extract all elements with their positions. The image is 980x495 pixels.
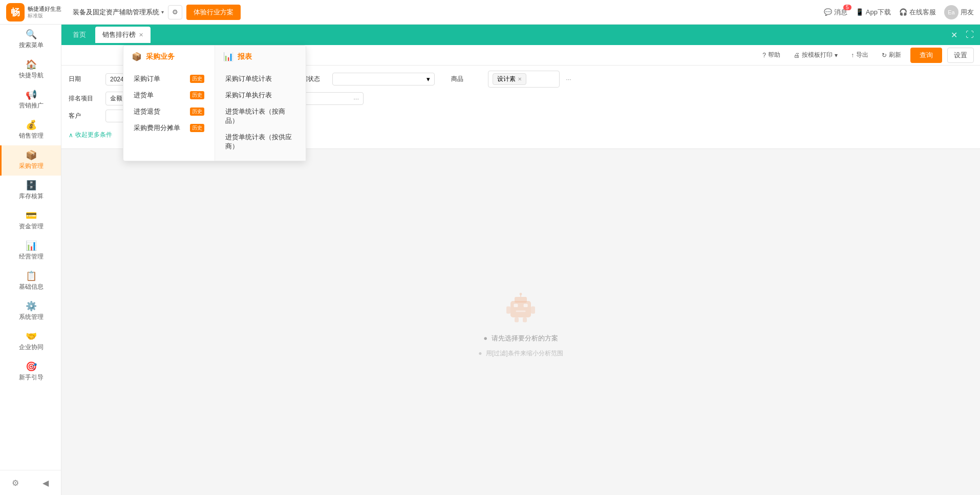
tab-close-all-btn[interactable]: ✕ bbox=[949, 28, 960, 42]
sidebar-label-finance: 资金管理 bbox=[19, 222, 44, 231]
goods-filter-input[interactable]: 设计素 ✕ bbox=[488, 71, 560, 88]
box-icon: 📦 bbox=[26, 150, 37, 160]
empty-state: ● 请先选择要分析的方案 ● 用[过滤]条件来缩小分析范围 bbox=[61, 149, 980, 495]
megaphone-icon: 📢 bbox=[26, 90, 37, 99]
content-area: 首页 销售排行榜 ✕ ✕ ⛶ ? 帮助 🖨 按模板打印 ▾ bbox=[61, 25, 980, 495]
tab-bar: 首页 销售排行榜 ✕ ✕ ⛶ bbox=[61, 25, 980, 45]
refresh-btn[interactable]: ↻ 刷新 bbox=[878, 49, 905, 61]
sidebar-label-purchase: 采购管理 bbox=[19, 162, 44, 170]
sidebar-collapse-btn[interactable]: ◀ bbox=[37, 475, 54, 491]
goods-more-dots[interactable]: ··· bbox=[566, 75, 571, 83]
report-col: 📊 报表 采购订单统计表 采购订单执行表 进货单统计表（按商品） 进货单统计表（… bbox=[215, 46, 306, 161]
system-icon: ⚙️ bbox=[26, 302, 37, 311]
sidebar-item-operation[interactable]: 📊 经营管理 bbox=[0, 236, 61, 266]
top-bar: 畅 畅捷通好生意 标准版 装备及固定资产辅助管理系统 ▾ ⚙ 体验行业方案 💬 … bbox=[0, 0, 980, 25]
svg-rect-1 bbox=[515, 297, 527, 303]
sidebar-bottom: ⚙ ◀ bbox=[0, 470, 61, 495]
dropdown-item-goods-in[interactable]: 进货单 历史 bbox=[132, 87, 206, 103]
empty-hint-2: ● 用[过滤]条件来缩小分析范围 bbox=[478, 349, 563, 358]
goods-tag-close-icon[interactable]: ✕ bbox=[518, 76, 522, 82]
dropdown-item-goods-return[interactable]: 进货退货 历史 bbox=[132, 103, 206, 120]
target-icon: 🎯 bbox=[26, 362, 37, 371]
purchase-col-icon: 📦 bbox=[132, 52, 142, 61]
system-name-wrap[interactable]: 装备及固定资产辅助管理系统 ▾ bbox=[73, 8, 164, 17]
sidebar-item-sales[interactable]: 💰 销售管理 bbox=[0, 115, 61, 145]
export-btn[interactable]: ↑ 导出 bbox=[847, 49, 872, 61]
print-btn[interactable]: 🖨 按模板打印 ▾ bbox=[790, 49, 842, 61]
voucher-status-select[interactable]: ▾ bbox=[332, 73, 435, 85]
settings-button[interactable]: 设置 bbox=[947, 48, 974, 63]
dropdown-item-report-goods-by-supplier[interactable]: 进货单统计表（按供应商） bbox=[223, 129, 298, 155]
print-icon: 🖨 bbox=[794, 52, 800, 59]
sidebar-item-basic[interactable]: 📋 基础信息 bbox=[0, 266, 61, 296]
sidebar: 🔍 搜索菜单 🏠 快捷导航 📢 营销推广 💰 销售管理 📦 采购管理 🗄️ 库存… bbox=[0, 25, 61, 495]
history-tag-0: 历史 bbox=[190, 75, 204, 83]
sidebar-item-search[interactable]: 🔍 搜索菜单 bbox=[0, 25, 61, 55]
empty-illustration bbox=[500, 287, 541, 328]
collapse-arrow-icon: ∧ bbox=[69, 132, 73, 139]
logo-text: 畅捷通好生意 标准版 bbox=[28, 5, 61, 19]
help-icon: ? bbox=[762, 52, 766, 59]
sidebar-label-basic: 基础信息 bbox=[19, 283, 44, 291]
industry-button[interactable]: 体验行业方案 bbox=[186, 5, 241, 20]
query-button[interactable]: 查询 bbox=[910, 48, 942, 63]
sidebar-item-system[interactable]: ⚙️ 系统管理 bbox=[0, 296, 61, 327]
sidebar-item-purchase[interactable]: 📦 采购管理 bbox=[0, 145, 61, 176]
tab-sales-rank[interactable]: 销售排行榜 ✕ bbox=[95, 27, 151, 43]
rank-label: 排名项目 bbox=[69, 94, 99, 103]
chevron-down-icon: ▾ bbox=[161, 9, 164, 15]
refresh-icon: ↻ bbox=[882, 52, 887, 59]
purchase-col: 📦 采购业务 采购订单 历史 进货单 历史 进货退货 历史 采购费用分摊单 bbox=[123, 46, 215, 161]
tab-home[interactable]: 首页 bbox=[66, 27, 93, 43]
help-btn[interactable]: ? 帮助 bbox=[758, 49, 784, 61]
gear-icon: ⚙ bbox=[172, 8, 178, 16]
app-download-item[interactable]: 📱 App下载 bbox=[856, 8, 891, 17]
sidebar-item-inventory[interactable]: 🗄️ 库存核算 bbox=[0, 176, 61, 206]
sidebar-item-collab[interactable]: 🤝 企业协同 bbox=[0, 327, 61, 357]
dropdown-item-report-order-stat[interactable]: 采购订单统计表 bbox=[223, 71, 298, 87]
sidebar-label-collab: 企业协同 bbox=[19, 343, 44, 352]
avatar: Ea bbox=[944, 5, 958, 19]
sidebar-label-marketing: 营销推广 bbox=[19, 101, 44, 110]
sidebar-item-guide[interactable]: 🎯 新手引导 bbox=[0, 357, 61, 387]
handshake-icon: 🤝 bbox=[26, 332, 37, 341]
history-tag-3: 历史 bbox=[190, 124, 204, 132]
sidebar-label-guide: 新手引导 bbox=[19, 373, 44, 382]
message-item[interactable]: 💬 消息 5 bbox=[824, 8, 847, 17]
sidebar-item-finance[interactable]: 💳 资金管理 bbox=[0, 206, 61, 236]
logo-icon: 畅 bbox=[6, 3, 25, 21]
history-tag-2: 历史 bbox=[190, 107, 204, 116]
date-label: 日期 bbox=[69, 75, 99, 83]
tab-close-icon[interactable]: ✕ bbox=[139, 32, 143, 38]
salesperson-dots[interactable]: ··· bbox=[353, 95, 359, 102]
sidebar-settings-btn[interactable]: ⚙ bbox=[7, 475, 24, 491]
sidebar-label-operation: 经营管理 bbox=[19, 252, 44, 261]
svg-rect-9 bbox=[515, 317, 519, 322]
phone-icon: 📱 bbox=[856, 8, 864, 16]
dropdown-item-purchase-order[interactable]: 采购订单 历史 bbox=[132, 71, 206, 87]
sidebar-item-marketing[interactable]: 📢 营销推广 bbox=[0, 85, 61, 115]
online-service-item[interactable]: 🎧 在线客服 bbox=[899, 8, 936, 17]
home-icon: 🏠 bbox=[26, 60, 37, 69]
tab-sales-rank-label: 销售排行榜 bbox=[102, 30, 136, 39]
svg-rect-4 bbox=[514, 304, 518, 307]
dropdown-item-report-order-exec[interactable]: 采购订单执行表 bbox=[223, 87, 298, 103]
dropdown-item-purchase-cost[interactable]: 采购费用分摊单 历史 bbox=[132, 120, 206, 136]
search-icon: 🔍 bbox=[26, 30, 37, 39]
clipboard-icon: 📋 bbox=[26, 271, 37, 281]
user-item[interactable]: Ea 用友 bbox=[944, 5, 974, 19]
goods-tag: 设计素 ✕ bbox=[493, 73, 526, 85]
svg-rect-10 bbox=[523, 317, 527, 322]
goods-label: 商品 bbox=[451, 75, 482, 83]
purchase-col-title: 📦 采购业务 bbox=[132, 52, 206, 64]
settings-icon-btn[interactable]: ⚙ bbox=[168, 5, 182, 19]
dropdown-item-report-goods-by-product[interactable]: 进货单统计表（按商品） bbox=[223, 103, 298, 129]
chart-icon: 📊 bbox=[26, 241, 37, 250]
report-col-title: 📊 报表 bbox=[223, 52, 298, 64]
sidebar-label-system: 系统管理 bbox=[19, 313, 44, 321]
top-bar-right: 💬 消息 5 📱 App下载 🎧 在线客服 Ea 用友 bbox=[824, 5, 974, 19]
svg-point-3 bbox=[520, 293, 522, 295]
tab-expand-btn[interactable]: ⛶ bbox=[964, 28, 976, 42]
sidebar-item-quick[interactable]: 🏠 快捷导航 bbox=[0, 55, 61, 85]
customer-label: 客户 bbox=[69, 112, 99, 120]
